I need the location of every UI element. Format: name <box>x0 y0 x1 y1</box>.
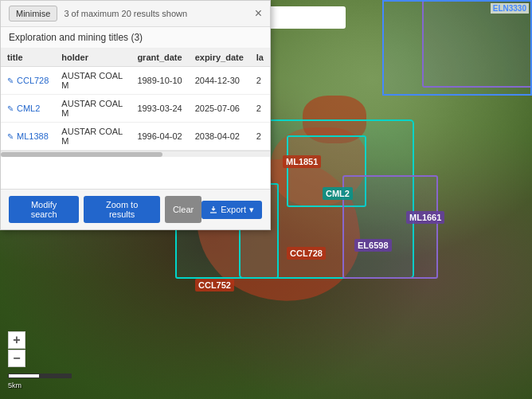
title-link[interactable]: ✎CCL728 <box>7 76 49 85</box>
cell-expiry-date: 2044-12-30 <box>189 67 250 95</box>
panel-section-title: Exploration and mining titles (3) <box>1 27 270 49</box>
edit-icon: ✎ <box>7 76 14 85</box>
label-ml1851: ML1851 <box>283 155 321 168</box>
results-panel: Minimise 3 of maximum 20 results shown ×… <box>0 0 271 230</box>
col-la: la <box>250 49 270 67</box>
zoom-in-button[interactable]: + <box>8 331 25 349</box>
clear-button[interactable]: Clear <box>165 196 201 223</box>
scale-label: 5km <box>8 381 22 389</box>
minimise-button[interactable]: Minimise <box>9 6 57 22</box>
cell-holder: AUSTAR COAL M <box>55 67 131 95</box>
cell-grant-date: 1993-03-24 <box>131 95 188 123</box>
results-table: title holder grant_date expiry_date la ✎… <box>1 49 270 151</box>
col-grant-date: grant_date <box>131 49 188 67</box>
scroll-thumb <box>1 152 162 157</box>
table-header-row: title holder grant_date expiry_date la <box>1 49 270 67</box>
panel-header-left: Minimise 3 of maximum 20 results shown <box>9 6 187 22</box>
scale-seg-1 <box>8 374 40 378</box>
title-link[interactable]: ✎ML1388 <box>7 131 49 141</box>
edit-icon: ✎ <box>7 104 14 113</box>
scroll-bar[interactable] <box>1 151 270 157</box>
table-row: ✎CML2AUSTAR COAL M1993-03-242025-07-062 <box>1 95 270 123</box>
cell-holder: AUSTAR COAL M <box>55 123 131 151</box>
panel-spacer <box>1 157 270 189</box>
label-ccl752: CCL752 <box>195 279 234 291</box>
panel-footer: Modify search Zoom to results Clear Expo… <box>1 189 270 229</box>
export-label: Export <box>221 205 246 214</box>
modify-search-button[interactable]: Modify search <box>9 196 79 223</box>
boundary-purple-1 <box>342 175 438 279</box>
close-button[interactable]: × <box>255 7 262 20</box>
cell-title[interactable]: ✎ML1388 <box>1 123 55 151</box>
table-row: ✎ML1388AUSTAR COAL M1996-04-022038-04-02… <box>1 123 270 151</box>
cell-title[interactable]: ✎CML2 <box>1 95 55 123</box>
cell-la: 2 <box>250 123 270 151</box>
label-ml1661: ML1661 <box>406 211 444 224</box>
table-row: ✎CCL728AUSTAR COAL M1989-10-102044-12-30… <box>1 67 270 95</box>
cell-title[interactable]: ✎CCL728 <box>1 67 55 95</box>
zoom-out-button[interactable]: − <box>8 350 25 367</box>
boundary-blue-1 <box>382 0 532 96</box>
scale-line <box>8 374 72 378</box>
scale-bar: 5km <box>8 374 72 389</box>
cell-la: 2 <box>250 95 270 123</box>
footer-left: Modify search Zoom to results Clear <box>9 196 201 223</box>
zoom-controls: + − <box>8 331 25 367</box>
title-link[interactable]: ✎CML2 <box>7 104 49 113</box>
eln-label: ELN3330 <box>491 3 529 14</box>
results-count: 3 of maximum 20 results shown <box>64 9 187 18</box>
results-table-container[interactable]: title holder grant_date expiry_date la ✎… <box>1 49 270 151</box>
edit-icon: ✎ <box>7 132 14 141</box>
zoom-to-results-button[interactable]: Zoom to results <box>84 196 160 223</box>
cell-expiry-date: 2038-04-02 <box>189 123 250 151</box>
cell-grant-date: 1989-10-10 <box>131 67 188 95</box>
col-expiry-date: expiry_date <box>189 49 250 67</box>
cell-expiry-date: 2025-07-06 <box>189 95 250 123</box>
scale-seg-2 <box>40 374 72 378</box>
export-icon <box>209 205 217 213</box>
cell-holder: AUSTAR COAL M <box>55 95 131 123</box>
label-cml2: CML2 <box>323 187 353 200</box>
cell-la: 2 <box>250 67 270 95</box>
export-button[interactable]: Export ▾ <box>201 201 262 219</box>
label-el6598: EL6598 <box>354 239 392 252</box>
cell-grant-date: 1996-04-02 <box>131 123 188 151</box>
col-title: title <box>1 49 55 67</box>
label-ccl728: CCL728 <box>287 247 326 260</box>
panel-header: Minimise 3 of maximum 20 results shown × <box>1 1 270 27</box>
export-chevron: ▾ <box>249 205 254 215</box>
col-holder: holder <box>55 49 131 67</box>
